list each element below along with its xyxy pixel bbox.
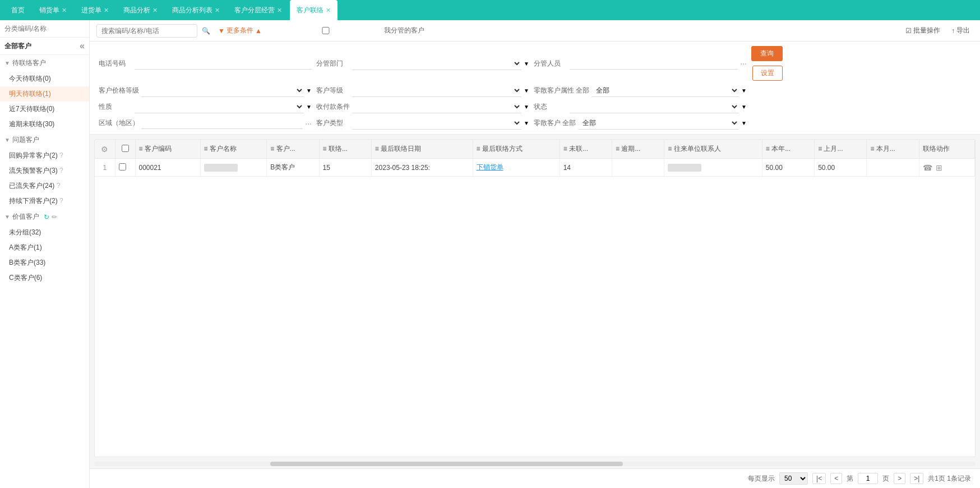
filter-scatter-select[interactable]: 全部 [578, 117, 739, 130]
row-checkbox-0 [115, 159, 135, 177]
nav-purchase-order[interactable]: 进货单 ✕ [75, 0, 115, 20]
row-last-method-0: 下销货单 [473, 159, 560, 177]
row-overdue-0 [612, 159, 664, 177]
th-unlisted: ≡ 未联... [560, 140, 612, 159]
sidebar-group-pending: ▼ 待联络客户 [0, 55, 89, 71]
scrollbar-thumb[interactable] [270, 462, 623, 466]
filter-type-select[interactable] [352, 117, 521, 130]
filter-scatter-attr-select[interactable]: 全部 [591, 84, 739, 97]
set-button[interactable]: 设置 [752, 66, 783, 81]
action-buttons: ☑ 批量操作 ↑ 导出 [902, 24, 973, 37]
search-input[interactable] [96, 24, 197, 38]
more-conditions-btn[interactable]: ▼ 更多条件 ▲ [215, 24, 265, 38]
sidebar-all-customers-header[interactable]: 全部客户 « [0, 38, 89, 55]
sidebar-item-overdue-contact[interactable]: 逾期未联络(30) [0, 117, 89, 132]
sidebar-item-class-a[interactable]: A类客户(1) [0, 240, 89, 255]
page-label: 第 [847, 474, 853, 484]
row-actions-0: ☎ ⊞ [919, 159, 974, 177]
row-contact-count-0: 15 [319, 159, 371, 177]
nav-close-product-analysis[interactable]: ✕ [152, 7, 158, 14]
nav-close-customer-tier[interactable]: ✕ [277, 7, 282, 14]
chevron-down-icon-type: ▼ [524, 120, 529, 126]
triangle-icon: ▼ [4, 60, 10, 66]
th-contact-count: ≡ 联络... [319, 140, 371, 159]
page-number-input[interactable] [858, 473, 878, 484]
sidebar-collapse-icon[interactable]: « [80, 41, 85, 51]
sidebar-item-tomorrow-pending[interactable]: 明天待联络(1) [0, 86, 89, 102]
row-type-0: B类客户 [267, 159, 319, 177]
row-select-0[interactable] [119, 163, 126, 171]
filter-region-input[interactable] [141, 117, 303, 129]
sidebar-item-declining[interactable]: 持续下滑客户(2) ? [0, 194, 89, 209]
filter-phone-input[interactable] [135, 58, 312, 70]
sidebar-item-7day-pending[interactable]: 近7天待联络(0) [0, 102, 89, 117]
sidebar-group-problem: ▼ 问题客户 [0, 132, 89, 148]
batch-op-btn[interactable]: ☑ 批量操作 [902, 24, 944, 37]
row-last-month-0: 50.00 [815, 159, 867, 177]
nav-product-analysis[interactable]: 商品分析 ✕ [117, 0, 164, 20]
filter-payment-select[interactable] [352, 100, 521, 113]
refresh-icon[interactable]: ↻ [44, 213, 49, 221]
th-last-contact-date: ≡ 最后联络日期 [371, 140, 473, 159]
sidebar-item-abnormal[interactable]: 回购异常客户(2) ? [0, 148, 89, 163]
first-page-btn[interactable]: |< [812, 473, 826, 484]
action-phone-icon-0[interactable]: ☎ [923, 163, 932, 172]
search-icon[interactable]: 🔍 [202, 27, 210, 35]
filter-person-dots[interactable]: ··· [740, 59, 747, 68]
page-suffix: 页 [882, 474, 889, 484]
advanced-filter: 电话号码 分管部门 ▼ 分管人员 ··· 查询 设置 [90, 42, 980, 135]
chevron-down-icon-dept: ▼ [524, 61, 529, 67]
filter-phone-label: 电话号码 [99, 59, 132, 68]
sidebar-item-class-b[interactable]: B类客户(33) [0, 255, 89, 270]
last-page-btn[interactable]: >| [910, 473, 923, 484]
nav-close-purchase[interactable]: ✕ [104, 7, 109, 14]
nav-product-analysis-list[interactable]: 商品分析列表 ✕ [165, 0, 226, 20]
th-this-month: ≡ 本月... [867, 140, 919, 159]
nav-home[interactable]: 首页 [4, 0, 31, 20]
nav-close-product-list[interactable]: ✕ [215, 7, 220, 14]
query-button[interactable]: 查询 [751, 46, 783, 61]
my-customers-label[interactable]: 我分管的客户 [270, 26, 424, 35]
th-gear: ⚙ [95, 140, 115, 159]
next-page-btn[interactable]: > [894, 473, 905, 484]
filter-person-input[interactable] [570, 58, 738, 70]
my-customers-checkbox[interactable] [270, 27, 382, 34]
sidebar-item-churned[interactable]: 已流失客户(24) ? [0, 178, 89, 194]
row-last-date-0: 2023-05-23 18:25: [371, 159, 473, 177]
filter-scatter-attr-label: 零散客户属性 全部 [534, 86, 589, 95]
sidebar-all-customers-label: 全部客户 [4, 42, 31, 51]
filter-dept-select[interactable] [352, 57, 521, 70]
filter-region-dots[interactable]: ··· [305, 119, 312, 128]
export-icon: ↑ [951, 27, 955, 35]
sidebar-item-class-c[interactable]: C类客户(6) [0, 270, 89, 286]
action-grid-icon-0[interactable]: ⊞ [936, 163, 942, 172]
sidebar-item-ungrouped[interactable]: 未分组(32) [0, 225, 89, 240]
th-name: ≡ 客户名称 [200, 140, 267, 159]
per-page-select[interactable]: 50 100 [779, 472, 808, 485]
filter-grade-select[interactable] [352, 84, 521, 97]
top-navigation: 首页 销货单 ✕ 进货单 ✕ 商品分析 ✕ 商品分析列表 ✕ 客户分层经营 ✕ … [0, 0, 980, 20]
edit-icon[interactable]: ✏ [52, 213, 57, 221]
nav-sales-order[interactable]: 销货单 ✕ [33, 0, 73, 20]
table-horizontal-scrollbar[interactable] [94, 462, 976, 466]
filter-dept-label: 分管部门 [316, 59, 350, 68]
nav-close-customer-contact[interactable]: ✕ [326, 7, 331, 14]
export-btn[interactable]: ↑ 导出 [948, 24, 973, 37]
filter-actions: 查询 设置 [751, 46, 783, 81]
select-all-checkbox[interactable] [122, 145, 129, 152]
table-settings-icon[interactable]: ⚙ [101, 145, 108, 154]
filter-type-label: 客户类型 [316, 118, 350, 128]
filter-status-select[interactable] [570, 100, 739, 113]
nav-close-sales-order[interactable]: ✕ [62, 7, 67, 14]
th-last-contact-method: ≡ 最后联络方式 [473, 140, 560, 159]
filter-nature-select[interactable] [135, 100, 304, 113]
sidebar-search-input[interactable] [4, 25, 89, 33]
row-name-0 [200, 159, 267, 177]
sidebar-item-churn-warning[interactable]: 流失预警客户(3) ? [0, 163, 89, 178]
nav-customer-tier[interactable]: 客户分层经营 ✕ [228, 0, 289, 20]
last-method-link-0[interactable]: 下销货单 [477, 163, 503, 171]
filter-price-grade-select[interactable] [141, 84, 304, 97]
nav-customer-contact[interactable]: 客户联络 ✕ [290, 0, 338, 20]
prev-page-btn[interactable]: < [830, 473, 842, 484]
sidebar-item-today-pending[interactable]: 今天待联络(0) [0, 71, 89, 86]
